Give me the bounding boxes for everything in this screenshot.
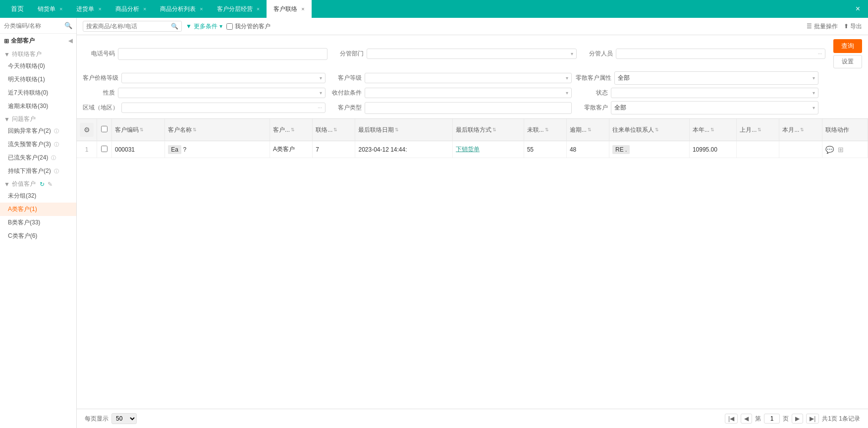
close-analysis-icon[interactable]: ×: [143, 6, 146, 12]
col-type[interactable]: 客户...⇅: [270, 119, 313, 141]
filter-payment-select[interactable]: ▾: [365, 88, 572, 98]
triangle-icon3: ▼: [4, 181, 10, 188]
row-checkbox[interactable]: [101, 146, 108, 152]
per-page-select[interactable]: 50 100 200: [111, 413, 137, 424]
col-overdue[interactable]: 逾期...⇅: [566, 119, 609, 141]
chat-icon[interactable]: 💬: [825, 146, 834, 154]
sidebar-search-input[interactable]: [4, 22, 64, 29]
filter-status-select[interactable]: ▾: [611, 88, 818, 98]
gear-icon[interactable]: ⚙: [80, 123, 94, 137]
close-customer-segment-icon[interactable]: ×: [257, 6, 260, 12]
select-all-checkbox[interactable]: [101, 126, 108, 132]
col-contact-person[interactable]: 往来单位联系人⇅: [609, 119, 690, 141]
footer-left: 每页显示 50 100 200: [85, 413, 137, 424]
sidebar-item-today[interactable]: 今天待联络(0): [0, 59, 76, 73]
nav-tab-purorder[interactable]: 进货单 ×: [69, 0, 108, 18]
next-page-btn[interactable]: ▶: [792, 414, 803, 424]
col-contact-count[interactable]: 联络...⇅: [313, 119, 355, 141]
main-layout: 🔍 ⊞ 全部客户 ◀ ▼ 待联络客户 今天待联络(0) 明天待联络(1) 近7天…: [0, 18, 868, 428]
close-purorder-icon[interactable]: ×: [98, 6, 101, 12]
nav-home[interactable]: 首页: [4, 0, 31, 18]
export-btn[interactable]: ⬆ 导出: [844, 22, 862, 31]
col-no-contact[interactable]: 未联...⇅: [524, 119, 566, 141]
col-name[interactable]: 客户名称⇅: [165, 119, 270, 141]
filter-search-input[interactable]: [86, 23, 171, 30]
cust-level-arrow-icon: ▾: [566, 75, 568, 81]
nav-tab-customer-segment[interactable]: 客户分层经营 ×: [210, 0, 267, 18]
close-customer-contact-icon[interactable]: ×: [301, 6, 304, 12]
sidebar-collapse-icon[interactable]: ◀: [68, 38, 72, 44]
last-method-link[interactable]: 下销货单: [456, 146, 480, 153]
nav-tab-customer-contact[interactable]: 客户联络 ×: [267, 0, 311, 18]
col-action: 联络动作: [822, 119, 868, 141]
nav-tab-salorder[interactable]: 销货单 ×: [31, 0, 69, 18]
sidebar-item-tomorrow[interactable]: 明天待联络(1): [0, 73, 76, 86]
footer-right: |◀ ◀ 第 页 ▶ ▶| 共1页 1条记录: [725, 414, 860, 424]
filter-search-icon: 🔍: [171, 23, 178, 30]
col-last-method[interactable]: 最后联络方式⇅: [453, 119, 524, 141]
sidebar-item-declining[interactable]: 持续下滑客户(2) ⓘ: [0, 164, 76, 178]
col-this-year[interactable]: 本年...⇅: [689, 119, 736, 141]
query-button[interactable]: 查询: [833, 39, 862, 53]
filter-manager-label: 分管人员: [581, 50, 613, 58]
grid-action-icon[interactable]: ⊞: [838, 146, 844, 154]
scatter-attr-arrow-icon: ▾: [813, 75, 815, 81]
more-conditions-btn[interactable]: ▼ 更多条件 ▾: [186, 22, 222, 31]
filter-status-label: 状态: [576, 89, 608, 97]
filter-phone-input[interactable]: [118, 48, 327, 60]
row-this-month: [779, 141, 822, 158]
col-last-month[interactable]: 上月...⇅: [737, 119, 779, 141]
col-last-date[interactable]: 最后联络日期⇅: [355, 119, 453, 141]
first-page-btn[interactable]: |◀: [725, 414, 738, 424]
nav-tab-analysis[interactable]: 商品分析 ×: [108, 0, 153, 18]
filter-cust-level-select[interactable]: ▾: [365, 73, 572, 83]
sidebar-item-churn-warning[interactable]: 流失预警客户(3) ⓘ: [0, 138, 76, 151]
sidebar-item-repurchase[interactable]: 回购异常客户(2) ⓘ: [0, 124, 76, 138]
edit-icon[interactable]: ✎: [48, 181, 53, 188]
filter-manager-select[interactable]: ···: [616, 49, 825, 59]
row-no-contact: 55: [524, 141, 566, 158]
page-input[interactable]: [764, 414, 780, 424]
grid-icon: ⊞: [4, 38, 9, 45]
sidebar-search-wrap: 🔍: [0, 18, 76, 34]
sidebar-item-7days[interactable]: 近7天待联络(0): [0, 86, 76, 100]
filter-cust-type-input[interactable]: [365, 102, 572, 114]
filter-dept-select[interactable]: ▾: [367, 49, 576, 59]
filter-scatter-select[interactable]: 全部▾: [611, 101, 818, 114]
sidebar-item-lost[interactable]: 已流失客户(24) ⓘ: [0, 151, 76, 164]
filter-nature: 性质 ▾: [83, 88, 326, 98]
filter-phone-label: 电话号码: [83, 50, 115, 58]
nature-arrow-icon: ▾: [320, 90, 322, 96]
setting-button[interactable]: 设置: [833, 55, 862, 68]
batch-op-btn[interactable]: ☰ 批量操作: [807, 22, 838, 31]
sidebar-item-c-class[interactable]: C类客户(6): [0, 229, 76, 243]
close-analysis-list-icon[interactable]: ×: [200, 6, 203, 12]
sort-no-contact-icon: ⇅: [545, 127, 549, 132]
my-customers-checkbox[interactable]: [226, 23, 233, 30]
close-salorder-icon[interactable]: ×: [59, 6, 62, 12]
sort-last-method-icon: ⇅: [492, 127, 496, 132]
triangle-icon: ▼: [4, 51, 10, 58]
app-close-icon[interactable]: ×: [852, 4, 864, 13]
nav-tab-analysis-list[interactable]: 商品分析列表 ×: [153, 0, 210, 18]
my-customers-checkbox-wrap[interactable]: 我分管的客户: [226, 22, 271, 31]
sidebar-item-a-class[interactable]: A类客户(1): [0, 203, 76, 216]
refresh-icon[interactable]: ↻: [40, 181, 45, 188]
adv-filter-row-2: 客户价格等级 ▾ 客户等级 ▾ 零散客户属性 全部▾: [83, 71, 862, 85]
sidebar-item-b-class[interactable]: B类客户(33): [0, 216, 76, 229]
prev-page-btn[interactable]: ◀: [741, 414, 752, 424]
adv-filter-row-4: 区域（地区） ··· 客户类型 零散客户 全部▾: [83, 101, 862, 114]
table-header-row: ⚙ 客户编码⇅ 客户名称⇅ 客户...⇅: [77, 119, 868, 141]
col-this-month[interactable]: 本月...⇅: [779, 119, 822, 141]
status-arrow-icon: ▾: [813, 90, 815, 96]
col-code[interactable]: 客户编码⇅: [112, 119, 165, 141]
last-page-btn[interactable]: ▶|: [806, 414, 819, 424]
sidebar-item-overdue[interactable]: 逾期未联络(30): [0, 100, 76, 113]
filter-scatter-attr-select[interactable]: 全部▾: [614, 71, 818, 85]
filter-nature-select[interactable]: ▾: [118, 88, 326, 98]
filter-region-select[interactable]: ···: [121, 103, 326, 113]
sidebar-item-unclassified[interactable]: 未分组(32): [0, 189, 76, 203]
sidebar-all-customers[interactable]: ⊞ 全部客户 ◀: [0, 34, 76, 48]
row-last-month: [737, 141, 779, 158]
filter-price-level-select[interactable]: ▾: [121, 73, 326, 83]
